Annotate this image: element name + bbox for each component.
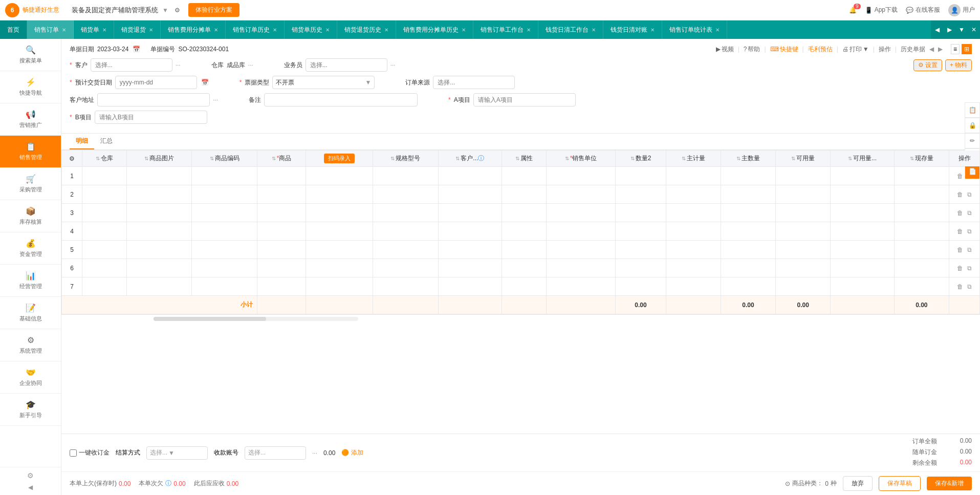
row-7-customer-code[interactable] — [438, 277, 502, 296]
tab-invoice-history-close[interactable]: ✕ — [325, 27, 330, 33]
tab-sales-order-close[interactable]: ✕ — [62, 27, 66, 33]
warehouse-expand-btn[interactable]: ··· — [248, 61, 253, 69]
tab-sales-return[interactable]: 销货退货 ✕ — [114, 20, 161, 39]
tab-detail[interactable]: 明细 — [70, 134, 94, 149]
row-3-spec[interactable] — [373, 204, 439, 222]
bank-account-select[interactable]: 选择... — [245, 446, 306, 460]
row-1-main-unit[interactable] — [666, 167, 721, 185]
print-btn[interactable]: 🖨 打印 ▼ — [842, 45, 869, 54]
delivery-date-input[interactable] — [115, 76, 197, 89]
sidebar-item-enterprise[interactable]: 🤝 企业协同 — [0, 361, 61, 394]
row-4-spec[interactable] — [373, 222, 439, 241]
row-5-unit[interactable] — [546, 241, 616, 259]
sidebar-item-quick-nav[interactable]: ⚡ 快捷导航 — [0, 71, 61, 103]
industry-btn[interactable]: 体验行业方案 — [188, 3, 239, 17]
tab-sales-invoice-close[interactable]: ✕ — [102, 27, 106, 33]
row-1-customer-code[interactable] — [438, 167, 502, 185]
scan-btn[interactable]: 扫码录入 — [324, 154, 355, 163]
notifications-btn[interactable]: 🔔 9 — [849, 7, 857, 14]
save-new-btn[interactable]: 保存&新增 — [927, 477, 972, 490]
row-7-code[interactable] — [192, 277, 257, 296]
nav-close-all[interactable]: ✕ — [968, 20, 980, 39]
staff-expand-btn[interactable]: ··· — [390, 61, 396, 69]
row-6-main-qty[interactable] — [721, 259, 775, 277]
tab-expense-history[interactable]: 销售费用分摊单历史 ✕ — [396, 20, 473, 39]
current-debt-info[interactable]: ⓘ — [165, 479, 171, 488]
row-4-attributes[interactable] — [502, 222, 546, 241]
row-1-delete-icon[interactable]: 🗑 — [957, 173, 963, 180]
save-draft-btn[interactable]: 保存草稿 — [879, 476, 921, 491]
row-5-code[interactable] — [192, 241, 257, 259]
customer-expand-btn[interactable]: ··· — [176, 61, 181, 69]
row-4-unit[interactable] — [546, 222, 616, 241]
row-7-warehouse[interactable] — [82, 277, 127, 296]
sidebar-item-business[interactable]: 📊 经营管理 — [0, 265, 61, 297]
row-5-warehouse[interactable] — [82, 241, 127, 259]
quick-settle-checkbox[interactable]: 一键收订金 — [70, 448, 110, 457]
tab-cash-reconcile[interactable]: 钱货日清对账 ✕ — [603, 20, 662, 39]
help-btn[interactable]: ? 帮助 — [744, 45, 760, 54]
tab-cash-reconcile-close[interactable]: ✕ — [650, 27, 655, 33]
tab-order-stats[interactable]: 销售订单统计表 ✕ — [662, 20, 727, 39]
row-1-attributes[interactable] — [502, 167, 546, 185]
row-5-delete-icon[interactable]: 🗑 — [957, 246, 963, 253]
row-3-main-unit[interactable] — [666, 204, 721, 222]
row-2-code[interactable] — [192, 185, 257, 204]
row-1-main-qty[interactable] — [721, 167, 775, 185]
row-3-code[interactable] — [192, 204, 257, 222]
discard-btn[interactable]: 放弃 — [843, 476, 873, 491]
tab-cash-workbench[interactable]: 钱货日清工作台 ✕ — [538, 20, 603, 39]
row-2-delete-icon[interactable]: 🗑 — [957, 191, 963, 198]
row-5-copy-icon[interactable]: ⧉ — [967, 246, 972, 253]
nav-next-arrow[interactable]: ▶ — [943, 20, 955, 39]
history-btn[interactable]: 历史单据 — [901, 45, 925, 54]
settings-icon[interactable]: ⚙ — [175, 7, 180, 14]
b-project-input[interactable] — [95, 111, 207, 124]
address-expand-btn[interactable]: ··· — [213, 96, 218, 103]
tab-order-stats-close[interactable]: ✕ — [715, 27, 720, 33]
tab-sales-invoice[interactable]: 销货单 ✕ — [74, 20, 114, 39]
row-7-unit[interactable] — [546, 277, 616, 296]
sidebar-item-inventory[interactable]: 📦 库存核算 — [0, 200, 61, 232]
row-6-attributes[interactable] — [502, 259, 546, 277]
row-4-code[interactable] — [192, 222, 257, 241]
row-1-spec[interactable] — [373, 167, 439, 185]
tab-invoice-history[interactable]: 销货单历史 ✕ — [285, 20, 337, 39]
tab-order-workbench-close[interactable]: ✕ — [527, 27, 531, 33]
row-1-unit[interactable] — [546, 167, 616, 185]
row-2-main-qty[interactable] — [721, 185, 775, 204]
row-4-copy-icon[interactable]: ⧉ — [967, 228, 972, 235]
row-3-unit[interactable] — [546, 204, 616, 222]
row-2-copy-icon[interactable]: ⧉ — [967, 191, 972, 198]
address-input[interactable] — [97, 93, 210, 106]
row-7-spec[interactable] — [373, 277, 439, 296]
tab-sales-return-close[interactable]: ✕ — [149, 27, 153, 33]
row-6-copy-icon[interactable]: ⧉ — [967, 265, 972, 272]
row-1-product[interactable] — [257, 167, 306, 185]
row-1-warehouse[interactable] — [82, 167, 127, 185]
customer-input[interactable] — [91, 58, 172, 72]
app-download-btn[interactable]: 📱 App下载 — [865, 6, 898, 14]
row-4-product[interactable] — [257, 222, 306, 241]
row-5-main-qty[interactable] — [721, 241, 775, 259]
row-1-qty2[interactable] — [616, 167, 666, 185]
tab-sales-order[interactable]: 销售订单 ✕ — [27, 20, 74, 39]
settle-method-select[interactable]: 选择... ▼ — [146, 446, 208, 460]
row-3-copy-icon[interactable]: ⧉ — [967, 209, 972, 217]
sidebar-item-marketing[interactable]: 📢 营销推广 — [0, 103, 61, 136]
row-6-spec[interactable] — [373, 259, 439, 277]
nav-next[interactable]: ▶ — [938, 46, 943, 53]
shortcut-btn[interactable]: ⌨ 快捷键 — [770, 45, 798, 54]
tab-sales-expense[interactable]: 销售费用分摊单 ✕ — [161, 20, 226, 39]
add-material-btn[interactable]: + 物料 — [945, 59, 972, 71]
tab-home[interactable]: 首页 — [0, 20, 27, 39]
profit-btn[interactable]: 毛利预估 — [808, 45, 833, 54]
tab-return-history-close[interactable]: ✕ — [384, 27, 388, 33]
tab-expense-history-close[interactable]: ✕ — [462, 27, 466, 33]
sidebar-item-finance[interactable]: 💰 资金管理 — [0, 232, 61, 265]
right-icon-3[interactable]: ✏ — [965, 133, 980, 148]
row-7-qty2[interactable] — [616, 277, 666, 296]
customer-code-info-icon[interactable]: ⓘ — [478, 155, 484, 162]
row-7-copy-icon[interactable]: ⧉ — [967, 283, 972, 290]
row-4-customer-code[interactable] — [438, 222, 502, 241]
